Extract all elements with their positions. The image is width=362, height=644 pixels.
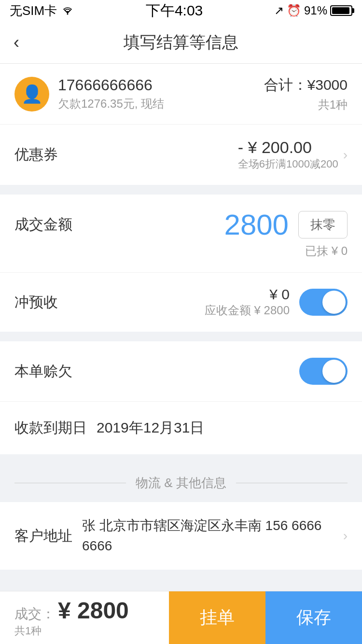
- back-button[interactable]: ‹: [14, 32, 19, 53]
- chevron-right-icon: ›: [343, 147, 348, 163]
- pre-sub: 应收金额 ¥ 2800: [205, 303, 290, 318]
- pre-collection-row: 冲预收 ¥ 0 应收金额 ¥ 2800: [0, 272, 362, 332]
- due-date-label: 收款到期日: [14, 418, 87, 438]
- due-date-value: 2019年12月31日: [97, 418, 204, 438]
- status-left: 无SIM卡: [10, 2, 74, 19]
- wifi-icon: [61, 3, 74, 18]
- bottom-bar: 成交： ¥ 2800 共1种 挂单 保存: [0, 591, 362, 644]
- deal-sub: 已抹 ¥ 0: [14, 243, 348, 259]
- svg-point-0: [67, 13, 69, 14]
- status-bar: 无SIM卡 下午4:03 ↗ ⏰ 91%: [0, 0, 362, 21]
- avatar: 👤: [14, 77, 49, 112]
- debit-label: 本单赊欠: [14, 362, 72, 381]
- pre-collection-toggle[interactable]: [299, 289, 348, 316]
- coupon-right: - ¥ 200.00 全场6折满1000减200 ›: [238, 138, 348, 171]
- pre-amount: ¥ 0: [205, 286, 290, 303]
- nav-bar: ‹ 填写结算等信息: [0, 21, 362, 64]
- customer-info: 17666666666 欠款1276.35元, 现结: [58, 76, 164, 112]
- hang-button[interactable]: 挂单: [169, 591, 265, 644]
- customer-sub: 欠款1276.35元, 现结: [58, 96, 164, 112]
- battery-percent: 91%: [304, 4, 327, 17]
- section-divider-1: [0, 185, 362, 195]
- bottom-deal-row: 成交： ¥ 2800: [14, 597, 154, 624]
- avatar-icon: 👤: [21, 84, 43, 104]
- coupon-label: 优惠券: [14, 145, 58, 165]
- logistics-line-right: [236, 483, 348, 483]
- status-right: ↗ ⏰ 91%: [274, 4, 352, 17]
- battery-icon: [330, 5, 352, 16]
- pre-collection-right: ¥ 0 应收金额 ¥ 2800: [205, 286, 348, 318]
- status-time: 下午4:03: [146, 1, 203, 21]
- debit-row: 本单赊欠: [0, 341, 362, 401]
- address-chevron-icon: ›: [343, 528, 348, 544]
- page-title: 填写结算等信息: [124, 31, 238, 54]
- deal-label: 成交金额: [14, 215, 72, 235]
- due-date-row: 收款到期日 2019年12月31日: [0, 401, 362, 454]
- bottom-deal-label: 成交：: [14, 605, 55, 623]
- deal-right: 2800 抹零: [224, 208, 348, 241]
- bottom-info: 成交： ¥ 2800 共1种: [0, 597, 169, 638]
- customer-row: 👤 17666666666 欠款1276.35元, 现结 合计：¥3000 共1…: [0, 64, 362, 124]
- save-button[interactable]: 保存: [265, 591, 362, 644]
- section-divider-3: [0, 454, 362, 464]
- address-row[interactable]: 客户地址 张 北京市市辖区海淀区永丰南 156 6666 6666 ›: [0, 502, 362, 570]
- bottom-count: 共1种: [14, 624, 154, 638]
- location-icon: ↗: [274, 4, 284, 17]
- no-sim-text: 无SIM卡: [10, 2, 57, 19]
- logistics-label: 物流 & 其他信息: [126, 475, 236, 491]
- logistics-header: 物流 & 其他信息: [0, 464, 362, 502]
- address-value: 张 北京市市辖区海淀区永丰南 156 6666 6666: [82, 516, 343, 556]
- debit-toggle-knob: [322, 360, 346, 383]
- pre-collection-label: 冲预收: [14, 293, 58, 312]
- toggle-knob: [322, 291, 346, 314]
- address-label: 客户地址: [14, 526, 72, 546]
- coupon-row[interactable]: 优惠券 - ¥ 200.00 全场6折满1000减200 ›: [0, 124, 362, 185]
- pre-amount-block: ¥ 0 应收金额 ¥ 2800: [205, 286, 290, 318]
- deal-section: 成交金额 2800 抹零 已抹 ¥ 0: [0, 195, 362, 272]
- total-count: 共1种: [264, 97, 348, 112]
- bottom-amount: ¥ 2800: [58, 597, 129, 624]
- deal-row: 成交金额 2800 抹零: [14, 208, 348, 241]
- customer-phone: 17666666666: [58, 76, 164, 94]
- logistics-line-left: [14, 483, 126, 483]
- section-divider-2: [0, 332, 362, 341]
- deal-amount: 2800: [224, 208, 289, 241]
- round-button[interactable]: 抹零: [298, 211, 348, 238]
- coupon-info: - ¥ 200.00 全场6折满1000减200: [238, 138, 338, 171]
- alarm-icon: ⏰: [287, 4, 301, 17]
- debit-toggle[interactable]: [299, 358, 348, 385]
- coupon-detail: 全场6折满1000减200: [238, 157, 338, 171]
- customer-right: 合计：¥3000 共1种: [264, 75, 348, 112]
- total-amount: 合计：¥3000: [264, 75, 348, 95]
- coupon-discount: - ¥ 200.00: [238, 138, 338, 157]
- customer-left: 👤 17666666666 欠款1276.35元, 现结: [14, 76, 164, 112]
